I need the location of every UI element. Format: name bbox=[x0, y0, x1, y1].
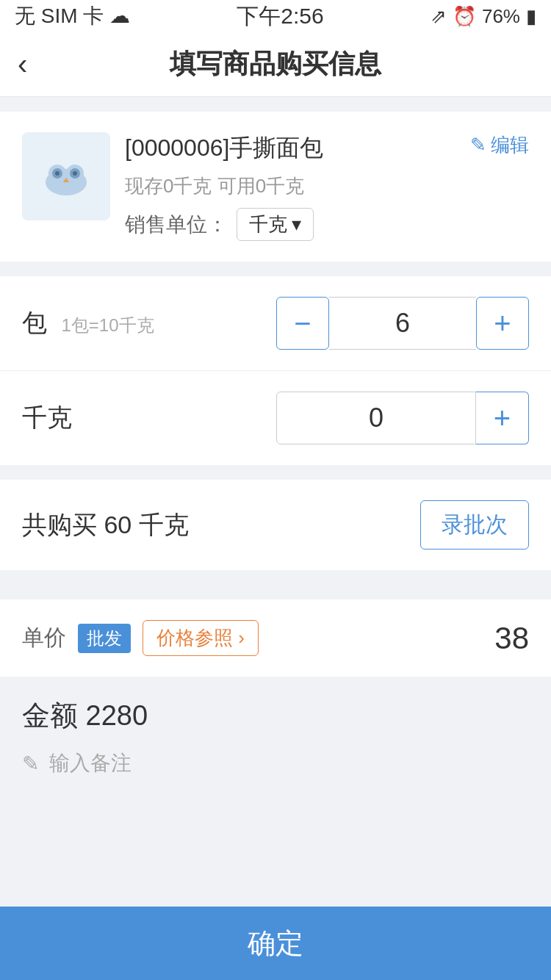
kg-input[interactable] bbox=[276, 392, 476, 444]
amount-label: 金额 bbox=[22, 700, 78, 731]
bag-input[interactable] bbox=[329, 297, 476, 350]
bag-plus-button[interactable]: + bbox=[476, 297, 529, 350]
chevron-down-icon: ▾ bbox=[292, 213, 301, 236]
confirm-button[interactable]: 确定 bbox=[0, 907, 551, 980]
price-section: 单价 批发 价格参照 › 38 bbox=[0, 599, 551, 677]
svg-point-6 bbox=[73, 171, 77, 176]
confirm-label: 确定 bbox=[248, 925, 303, 962]
alarm-icon: ⏰ bbox=[453, 5, 476, 28]
product-unit-row: 销售单位： 千克 ▾ bbox=[125, 208, 529, 241]
remark-row[interactable]: ✎ 输入备注 bbox=[22, 749, 529, 777]
kg-label: 千克 bbox=[22, 401, 276, 435]
input-section: 包 1包=10千克 − + 千克 + bbox=[0, 276, 551, 465]
price-value: 38 bbox=[494, 621, 529, 656]
bag-minus-button[interactable]: − bbox=[276, 297, 329, 350]
battery-status: 76% bbox=[482, 5, 520, 28]
back-button[interactable]: ‹ bbox=[18, 48, 27, 81]
remark-label: 输入备注 bbox=[49, 749, 132, 777]
price-row: 单价 批发 价格参照 › 38 bbox=[22, 620, 529, 656]
kg-plus-button[interactable]: + bbox=[476, 392, 529, 444]
kg-controls: + bbox=[276, 392, 529, 444]
kg-row: 千克 + bbox=[0, 371, 551, 465]
sim-status: 无 SIM 卡 ☁ bbox=[15, 2, 130, 30]
amount-value: 2280 bbox=[86, 700, 148, 731]
section-separator-3 bbox=[0, 570, 551, 585]
bag-label: 包 1包=10千克 bbox=[22, 306, 276, 340]
battery-icon: ▮ bbox=[526, 5, 536, 28]
location-icon: ⇗ bbox=[431, 5, 447, 28]
amount-section: 金额 2280 ✎ 输入备注 bbox=[0, 677, 551, 792]
bag-controls: − + bbox=[276, 297, 529, 350]
section-separator bbox=[0, 262, 551, 276]
product-info: [0000006]手撕面包 现存0千克 可用0千克 销售单位： 千克 ▾ bbox=[125, 132, 529, 241]
price-label: 单价 bbox=[22, 623, 66, 653]
price-reference-button[interactable]: 价格参照 › bbox=[143, 620, 259, 656]
bottom-spacer bbox=[0, 792, 551, 865]
section-separator-2 bbox=[0, 465, 551, 480]
unit-select[interactable]: 千克 ▾ bbox=[237, 208, 314, 241]
edit-remark-icon: ✎ bbox=[22, 752, 39, 776]
unit-label: 销售单位： bbox=[125, 211, 228, 239]
edit-icon: ✎ bbox=[470, 134, 486, 156]
summary-text: 共购买 60 千克 bbox=[22, 508, 189, 542]
status-time: 下午2:56 bbox=[237, 1, 323, 32]
summary-row: 共购买 60 千克 录批次 bbox=[0, 480, 551, 570]
batch-button[interactable]: 录批次 bbox=[420, 500, 529, 550]
nav-bar: ‹ 填写商品购买信息 bbox=[0, 32, 551, 97]
amount-row: 金额 2280 bbox=[22, 697, 529, 735]
status-left: 无 SIM 卡 ☁ bbox=[15, 2, 130, 30]
product-name: [0000006]手撕面包 bbox=[125, 132, 529, 165]
product-image bbox=[22, 132, 110, 220]
product-card: [0000006]手撕面包 现存0千克 可用0千克 销售单位： 千克 ▾ ✎ 编… bbox=[0, 112, 551, 262]
status-bar: 无 SIM 卡 ☁ 下午2:56 ⇗ ⏰ 76% ▮ bbox=[0, 0, 551, 32]
status-right: ⇗ ⏰ 76% ▮ bbox=[431, 5, 536, 28]
product-stock: 现存0千克 可用0千克 bbox=[125, 173, 529, 199]
svg-point-5 bbox=[55, 171, 60, 176]
bag-sublabel: 1包=10千克 bbox=[61, 315, 154, 335]
edit-button[interactable]: ✎ 编辑 bbox=[470, 132, 529, 158]
page-title: 填写商品购买信息 bbox=[170, 46, 381, 82]
price-tag: 批发 bbox=[78, 624, 131, 653]
bag-row: 包 1包=10千克 − + bbox=[0, 276, 551, 371]
